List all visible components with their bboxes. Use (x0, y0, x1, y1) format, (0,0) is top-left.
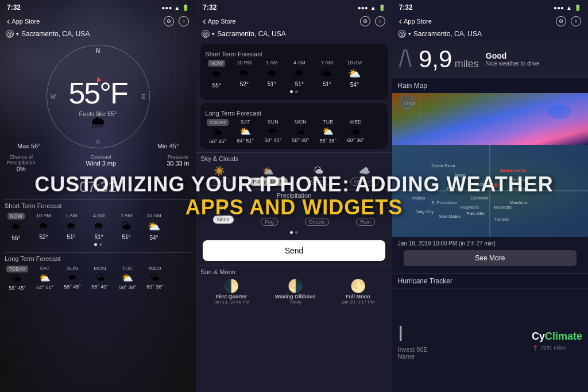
long-temps-3: 58° 40° (91, 284, 109, 290)
forecast-icon-5: ⛅ (148, 220, 160, 233)
precip-rain[interactable]: 🌧 Rain (356, 202, 375, 226)
short-forecast-mid: Short Term Forecast NOW 🌧 55° 10 PM 🌧 52… (200, 44, 387, 99)
long-temps-5: 60° 36° (146, 284, 164, 290)
hurricane-info: I Invest 90E Name (398, 322, 428, 360)
palo-alto-label: Palo Alto (466, 211, 485, 216)
turlock-label: Turlock (494, 217, 509, 222)
forecast-item: 1 AM 🌧 51° (60, 213, 83, 241)
info-icon-left[interactable]: i (179, 16, 189, 26)
long-icon-mid-3: 🌤 (296, 126, 305, 136)
long-item-mid-1: SAT ⛅ 64° 51° (233, 119, 258, 144)
panel-right: 7:32 ●●● ▲ 🔋 App Store ⚙ i ◎ ▾ Sacrament… (392, 0, 588, 392)
precip-label: Chance ofPrecipitation (7, 154, 36, 166)
status-icons-mid: ●●● ▲ 🔋 (358, 5, 385, 11)
long-item: TODAY 🌥 56° 45° (5, 266, 30, 291)
sky-label-clear: Clear (209, 178, 230, 186)
location-row-right: ◎ ▾ Sacramento, CA, USA (392, 29, 588, 40)
first-quarter-label: First Quarter (214, 294, 250, 299)
long-temps-0: 56° 45° (9, 285, 26, 291)
precip-none[interactable]: ✕ None (213, 202, 234, 226)
nav-bar-right: App Store ⚙ i (392, 14, 588, 29)
sky-option-partly[interactable]: ⛅ Partly Cloudy (249, 166, 288, 186)
moon-phases: 🌓 First Quarter Jan 13, 10:46 PM 🌗 Waxin… (196, 279, 392, 308)
mid-forecast-temp-2: 51° (268, 81, 276, 87)
forecast-time-1: 10 PM (36, 213, 51, 218)
signal-icon-right: ●●● (554, 5, 564, 11)
long-temps-mid-0: 56° 45° (209, 139, 226, 144)
precip-fog[interactable]: 🌫 Fog (261, 202, 278, 226)
modesto-label: Modesto (494, 205, 512, 210)
waxing-icon: 🌗 (275, 279, 316, 294)
forecast-time-5: 10 AM (146, 213, 161, 218)
max-min-row: Max 56° Min 45° (0, 143, 196, 149)
visibility-unit: miles (455, 58, 479, 70)
sky-option-clouds[interactable]: 🌥 Clouds (307, 166, 331, 186)
long-temps-mid-5: 60° 36° (347, 137, 364, 143)
nav-back-right[interactable]: App Store (399, 17, 432, 26)
location-text-mid: Sacramento, CA, USA (217, 30, 285, 38)
see-more-button[interactable]: See More (404, 250, 577, 266)
location-row-left: ◎ ▾ Sacramento, CA, USA (0, 29, 196, 40)
nav-back-mid[interactable]: App Store (203, 17, 235, 26)
forecast-temp-1: 52° (39, 234, 48, 240)
long-item-mid-3: MON 🌤 58° 40° (288, 119, 313, 144)
settings-icon-left[interactable]: ⚙ (164, 16, 174, 26)
mid-forecast-icon-3: 🌧 (294, 67, 304, 79)
settings-icon-right[interactable]: ⚙ (556, 16, 566, 26)
forecast-icon-2: 🌧 (66, 220, 76, 232)
long-item: MON 🌤 58° 40° (87, 266, 113, 291)
santa-rosa-label: Santa Rosa (431, 163, 455, 168)
vacaville-label: Vacaville (474, 182, 492, 187)
manteca-label: Manteca (509, 200, 527, 205)
drizzle-icon: 🌦 (305, 202, 329, 216)
forecast-time-now: NOW (7, 213, 25, 220)
pin-icon: 📍 (532, 345, 539, 351)
long-day-mid-wed: WED (350, 119, 362, 125)
mid-forecast-item-4: 7 AM 🌥 51° (315, 60, 338, 89)
precip-title: Precipitation (196, 189, 392, 202)
forecast-temp-0: 55° (11, 235, 20, 241)
forecast-scroll-left: NOW 🌧 55° 10 PM 🌧 52° 1 AM 🌧 51° 4 AM 🌧 (5, 213, 191, 241)
forecast-item: 7 AM 🌥 51° (115, 213, 138, 241)
page-dot-precip (295, 231, 298, 234)
mid-forecast-item-3: 4 AM 🌧 51° (288, 60, 311, 89)
sky-option-overcast[interactable]: ☁️ Overcast (350, 166, 379, 186)
long-icon-1: ⛅ (39, 272, 51, 283)
mid-forecast-temp-4: 51° (323, 81, 331, 87)
precip-drizzle[interactable]: 🌦 Drizzle (305, 202, 329, 226)
elk-grove-label: Elk Grove (509, 177, 529, 182)
mid-forecast-icon-1: 🌧 (239, 67, 249, 79)
long-icon-mid-1: ⛅ (239, 126, 251, 137)
info-icon-right[interactable]: i (571, 16, 581, 26)
concord-label: Concord (470, 195, 488, 201)
info-icon-mid[interactable]: i (375, 16, 385, 26)
wind-value: Wind 3 mp (86, 160, 117, 167)
short-forecast-title-left: Short Term Forecast (5, 199, 191, 213)
wifi-icon-right: ▲ (566, 5, 572, 11)
rain-map: Chico (392, 93, 588, 145)
long-forecast-mid: Long Term Forecast TODAY 🌥 56° 45° SAT ⛅… (200, 103, 387, 149)
long-item: TUE ⛅ 58° 38° (115, 266, 140, 291)
forecast-time-3: 4 AM (93, 213, 105, 218)
long-forecast-scroll-mid: TODAY 🌥 56° 45° SAT ⛅ 64° 51° SUN 🌧 58° … (205, 119, 382, 144)
status-bar-right: 7:32 ●●● ▲ 🔋 (392, 0, 588, 14)
long-icon-0: 🌥 (13, 274, 22, 284)
page-dot-mid (295, 90, 298, 93)
first-quarter-date: Jan 13, 10:46 PM (214, 299, 250, 305)
long-day-mid-sat: SAT (241, 119, 250, 125)
settings-icon-mid[interactable]: ⚙ (360, 16, 370, 26)
sacramento-label: Sacramento (500, 168, 526, 173)
long-temps-1: 64° 51° (36, 285, 53, 290)
mid-forecast-item-2: 1 AM 🌧 51° (260, 60, 283, 89)
nav-bar-left: App Store ⚙ i (0, 14, 196, 29)
send-button[interactable]: Send (203, 240, 385, 261)
clouds-icon: 🌧 (90, 113, 106, 132)
pressure-label: Pressure (167, 154, 189, 160)
mid-forecast-icon-2: 🌧 (266, 67, 277, 79)
hurricane-box: I Invest 90E Name CyClimate 📍 2231 miles (392, 289, 588, 392)
nav-back-left[interactable]: App Store (7, 17, 40, 26)
location-dot-mid: ◎ (202, 30, 210, 38)
precip-label-drizzle: Drizzle (305, 218, 329, 226)
sky-option-clear[interactable]: ☀️ Clear (209, 166, 230, 186)
mid-forecast-temp-3: 51° (295, 81, 304, 87)
